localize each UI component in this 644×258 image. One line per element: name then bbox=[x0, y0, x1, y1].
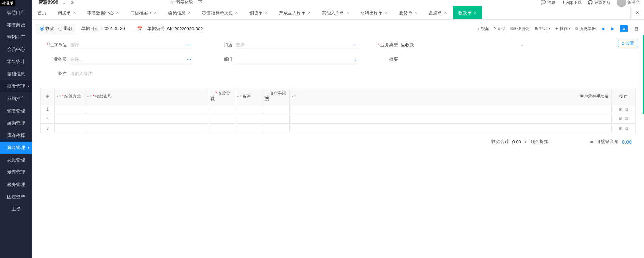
table-row[interactable]: 3🗑⧉ bbox=[41, 124, 635, 133]
copy-icon[interactable]: ⧉ bbox=[625, 107, 628, 112]
support-link[interactable]: 🎧在线客服 bbox=[588, 0, 611, 5]
sort-icon[interactable]: ▲▼ bbox=[209, 95, 215, 97]
dept-field: 部门 ⌄ bbox=[206, 55, 358, 63]
sidebar-item-baseinfo[interactable]: 基础信息 bbox=[0, 68, 32, 80]
sidebar-item-funds[interactable]: 资金管理▸ bbox=[0, 142, 32, 150]
prev-doc-button[interactable]: ◀ bbox=[600, 26, 605, 31]
view-list-button[interactable]: ≡ bbox=[620, 25, 628, 32]
video-button[interactable]: ▷视频 bbox=[477, 26, 489, 32]
tab-otherin[interactable]: 其他入库单✕ bbox=[317, 6, 355, 19]
view-grid-button[interactable]: ▦ bbox=[632, 25, 640, 32]
sort-icon[interactable]: ▲▼ bbox=[264, 95, 269, 97]
sidebar-item-smartstore[interactable]: 智慧门店 bbox=[0, 6, 32, 19]
docno-value: SK-20220920-002 bbox=[167, 26, 203, 31]
tab-requisition[interactable]: 要货单✕ bbox=[394, 6, 423, 19]
close-icon[interactable]: ✕ bbox=[116, 11, 119, 15]
settings-button[interactable]: ⚙设置 bbox=[618, 40, 637, 47]
more-icon[interactable]: ⋯ bbox=[352, 42, 357, 48]
dept-input[interactable] bbox=[235, 55, 358, 63]
help-button[interactable]: ?帮助 bbox=[494, 26, 506, 32]
tab-receipt[interactable]: 收款单✕ bbox=[453, 6, 482, 19]
history-button[interactable]: ⧉历史单据 bbox=[575, 26, 596, 32]
col-settle-method: 结算方式 bbox=[64, 94, 81, 99]
table-row[interactable]: 2🗑⧉ bbox=[41, 114, 635, 124]
close-icon[interactable]: ✕ bbox=[235, 11, 238, 15]
operate-button[interactable]: ✦操作▾ bbox=[555, 26, 570, 32]
partner-field: *往来单位 ⋯ bbox=[40, 41, 192, 49]
sidebar-item-retailstats[interactable]: 零售统计 bbox=[0, 56, 32, 68]
table-row[interactable]: 1🗑⧉ bbox=[41, 104, 635, 114]
discount-input[interactable] bbox=[553, 138, 587, 145]
user-menu[interactable]: 徐泽华 bbox=[617, 0, 640, 7]
tab-storeprofile[interactable]: 门店档案▾✕ bbox=[125, 6, 163, 19]
sidebar-item-inventory[interactable]: 库存核算 bbox=[0, 129, 32, 142]
biztype-select[interactable]: 应收款⌄ bbox=[401, 42, 523, 48]
tab-home[interactable]: 首页 bbox=[32, 6, 52, 19]
salesman-input[interactable] bbox=[70, 55, 192, 63]
sort-icon[interactable]: ▲▼ bbox=[87, 95, 92, 97]
close-icon[interactable]: ✕ bbox=[414, 11, 417, 15]
sidebar-item-marketing2[interactable]: 营销推广 bbox=[0, 92, 32, 105]
sidebar-item-sales[interactable]: 销售管理 bbox=[0, 105, 32, 117]
sidebar-group-wholesale[interactable]: 批发管理 ▲ bbox=[0, 80, 32, 92]
more-icon[interactable]: ⋯ bbox=[187, 57, 191, 62]
tab-memberinfo[interactable]: 会员信息✕ bbox=[163, 6, 197, 19]
radio-icon bbox=[40, 27, 44, 31]
chevron-down-icon[interactable]: ⌄ bbox=[62, 0, 66, 5]
tab-retaildata[interactable]: 零售数据中心✕ bbox=[82, 6, 125, 19]
sort-icon[interactable]: ▲▼ bbox=[56, 95, 61, 97]
close-icon[interactable]: ✕ bbox=[154, 11, 157, 15]
tab-materialout[interactable]: 材料出库单✕ bbox=[355, 6, 394, 19]
close-all-tabs-button[interactable]: ✕ bbox=[630, 6, 644, 19]
next-doc-button[interactable]: ▶ bbox=[610, 26, 615, 31]
close-icon[interactable]: ✕ bbox=[265, 11, 268, 15]
tab-bar: 首页 调拨单✕ 零售数据中心✕ 门店档案▾✕ 会员信息✕ 零售结算单历史✕ 销货… bbox=[32, 6, 644, 20]
radio-receive[interactable]: 收款 bbox=[40, 26, 54, 32]
sidebar-label: 基础信息 bbox=[7, 71, 25, 77]
sidebar-item-retailmall[interactable]: 零售商城 bbox=[0, 19, 32, 31]
row-number: 2 bbox=[41, 114, 55, 124]
partner-label: *往来单位 bbox=[40, 42, 67, 48]
more-icon[interactable]: ⋯ bbox=[187, 42, 191, 48]
delete-icon[interactable]: 🗑 bbox=[619, 107, 623, 112]
print-button[interactable]: 🖶打印▾ bbox=[534, 26, 550, 32]
tab-transfer[interactable]: 调拨单✕ bbox=[52, 6, 82, 19]
tryit-link[interactable]: ☞ 我要体验一下 bbox=[170, 0, 202, 5]
partner-input[interactable] bbox=[70, 41, 192, 49]
close-icon[interactable]: ✕ bbox=[346, 11, 349, 15]
delete-icon[interactable]: 🗑 bbox=[619, 126, 623, 131]
gear-icon[interactable]: ⚙ bbox=[70, 0, 74, 5]
app-download-link[interactable]: ⬇App下载 bbox=[562, 0, 582, 5]
sort-icon[interactable]: ▲▼ bbox=[236, 95, 242, 97]
sidebar-label: 会员中心 bbox=[7, 46, 25, 53]
radio-refund[interactable]: 退款 bbox=[58, 26, 73, 32]
sort-icon[interactable]: ▲▼ bbox=[291, 95, 296, 97]
sidebar-item-member[interactable]: 会员中心 bbox=[0, 43, 32, 56]
line-items-table: ⚙ ▲▼*结算方式 ▲▼*收款账号 ▲▼*收款金额 ▲▼备注 ▲▼支付手续费 ▲… bbox=[40, 88, 636, 133]
copy-icon[interactable]: ⧉ bbox=[625, 116, 628, 121]
store-input[interactable] bbox=[235, 41, 358, 49]
close-icon[interactable]: ✕ bbox=[474, 11, 477, 15]
chevron-down-icon[interactable]: ⌄ bbox=[354, 57, 357, 62]
close-icon[interactable]: ✕ bbox=[385, 11, 388, 15]
sidebar-label: 库存核算 bbox=[7, 132, 25, 139]
shortcut-button[interactable]: ⌨快捷键 bbox=[510, 26, 530, 32]
tab-salesorder[interactable]: 销货单✕ bbox=[244, 6, 274, 19]
close-icon[interactable]: ✕ bbox=[444, 11, 447, 15]
date-input[interactable] bbox=[101, 25, 135, 32]
copy-icon[interactable]: ⧉ bbox=[625, 126, 628, 131]
sidebar-item-purchase[interactable]: 采购管理 bbox=[0, 117, 32, 129]
tab-retailsettle[interactable]: 零售结算单历史✕ bbox=[197, 6, 244, 19]
sidebar-item-marketing[interactable]: 营销推广 bbox=[0, 31, 32, 43]
download-icon: ⬇ bbox=[562, 0, 565, 5]
column-settings-button[interactable]: ⚙ bbox=[41, 88, 55, 104]
tab-stocktake[interactable]: 盘点单✕ bbox=[423, 6, 453, 19]
remark-input[interactable] bbox=[70, 70, 363, 77]
close-icon[interactable]: ✕ bbox=[308, 11, 311, 15]
delete-icon[interactable]: 🗑 bbox=[619, 116, 623, 121]
close-icon[interactable]: ✕ bbox=[73, 11, 76, 15]
tab-finishedin[interactable]: 产成品入库单✕ bbox=[274, 6, 317, 19]
calendar-icon[interactable]: 📅 bbox=[137, 26, 142, 31]
messages-link[interactable]: 💬消息 bbox=[541, 0, 555, 5]
close-icon[interactable]: ✕ bbox=[188, 11, 191, 15]
